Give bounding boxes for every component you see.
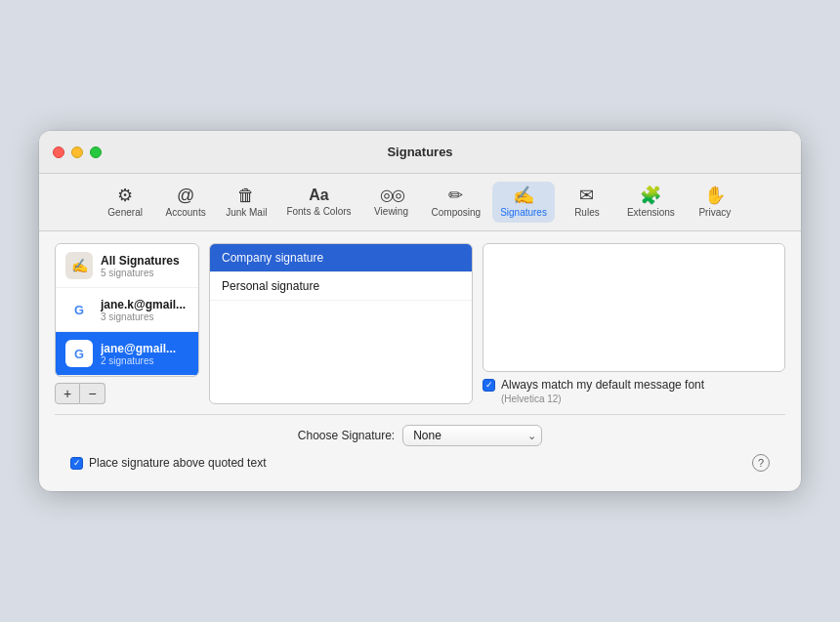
extensions-icon: 🧩 bbox=[640, 187, 661, 204]
checkmark-icon: ✓ bbox=[485, 381, 493, 390]
place-above-label: Place signature above quoted text bbox=[89, 456, 266, 470]
svg-text:G: G bbox=[74, 347, 84, 361]
sig-item-company[interactable]: Company signature bbox=[210, 244, 472, 272]
toolbar-item-extensions[interactable]: 🧩 Extensions bbox=[619, 182, 683, 223]
match-font-label: Always match my default message font bbox=[501, 378, 704, 392]
account-info-jane-k: jane.k@gmail... 3 signatures bbox=[101, 298, 186, 322]
toolbar-item-accounts[interactable]: @ Accounts bbox=[157, 182, 214, 223]
choose-sig-label: Choose Signature: bbox=[298, 429, 395, 442]
toolbar: ⚙ General @ Accounts 🗑 Junk Mail Aa Font… bbox=[39, 174, 801, 231]
account-name-jane-k: jane.k@gmail... bbox=[101, 298, 186, 311]
toolbar-item-privacy[interactable]: ✋ Privacy bbox=[687, 182, 743, 223]
toolbar-item-rules[interactable]: ✉ Rules bbox=[559, 182, 615, 223]
match-font-row: ✓ Always match my default message font bbox=[483, 378, 785, 392]
sig-label-personal: Personal signature bbox=[222, 279, 319, 293]
place-above-checkbox[interactable]: ✓ bbox=[70, 457, 83, 470]
toolbar-item-signatures[interactable]: ✍ Signatures bbox=[492, 182, 555, 223]
account-name-jane: jane@gmail... bbox=[101, 342, 176, 355]
toolbar-label-fonts-colors: Fonts & Colors bbox=[286, 206, 351, 217]
account-item-jane-k[interactable]: G jane.k@gmail... 3 signatures bbox=[56, 288, 198, 332]
compose-icon: ✏ bbox=[448, 187, 463, 204]
choose-sig-row: Choose Signature: None Company signature… bbox=[298, 425, 542, 446]
left-column: ✍ All Signatures 5 signatures G bbox=[55, 243, 199, 404]
signatures-pane: Company signature Personal signature bbox=[209, 243, 473, 404]
preview-pane bbox=[483, 243, 785, 372]
toolbar-label-extensions: Extensions bbox=[627, 207, 675, 218]
account-actions: + − bbox=[55, 383, 199, 404]
account-item-all[interactable]: ✍ All Signatures 5 signatures bbox=[56, 244, 198, 288]
add-account-button[interactable]: + bbox=[55, 383, 80, 404]
account-sigs-jane: 2 signatures bbox=[101, 355, 176, 366]
svg-text:G: G bbox=[74, 303, 84, 317]
toolbar-label-rules: Rules bbox=[574, 207, 600, 218]
titlebar: Signatures bbox=[39, 131, 801, 174]
toolbar-label-privacy: Privacy bbox=[698, 207, 731, 218]
toolbar-item-fonts-colors[interactable]: Aa Fonts & Colors bbox=[278, 183, 358, 222]
minimize-button[interactable] bbox=[71, 146, 83, 158]
choose-sig-select-wrapper: None Company signature Personal signatur… bbox=[402, 425, 542, 446]
accounts-pane: ✍ All Signatures 5 signatures G bbox=[55, 243, 199, 377]
toolbar-label-viewing: Viewing bbox=[374, 206, 408, 217]
choose-sig-select[interactable]: None Company signature Personal signatur… bbox=[402, 425, 542, 446]
help-button[interactable]: ? bbox=[752, 454, 770, 472]
toolbar-item-composing[interactable]: ✏ Composing bbox=[424, 182, 489, 223]
toolbar-label-composing: Composing bbox=[432, 207, 482, 218]
toolbar-item-viewing[interactable]: ◎◎ Viewing bbox=[363, 183, 420, 222]
junk-icon: 🗑 bbox=[237, 187, 255, 204]
window-title: Signatures bbox=[387, 145, 452, 159]
sig-item-personal[interactable]: Personal signature bbox=[210, 272, 472, 301]
jane-avatar: G bbox=[65, 340, 93, 367]
jane-k-avatar: G bbox=[65, 296, 93, 323]
remove-account-button[interactable]: − bbox=[80, 383, 105, 404]
match-font-area: ✓ Always match my default message font (… bbox=[483, 378, 785, 404]
mid-right-row: Company signature Personal signature bbox=[209, 243, 785, 404]
fonts-icon: Aa bbox=[309, 187, 328, 203]
account-info-all: All Signatures 5 signatures bbox=[101, 254, 180, 278]
place-above-checkbox-row: ✓ Place signature above quoted text bbox=[70, 456, 266, 470]
close-button[interactable] bbox=[53, 146, 64, 158]
account-item-jane[interactable]: G jane@gmail... 2 signatures bbox=[56, 332, 198, 376]
toolbar-item-junk-mail[interactable]: 🗑 Junk Mail bbox=[218, 182, 274, 223]
place-above-checkmark-icon: ✓ bbox=[73, 459, 81, 468]
font-hint: (Helvetica 12) bbox=[483, 394, 785, 404]
sig-label-company: Company signature bbox=[222, 251, 323, 265]
maximize-button[interactable] bbox=[90, 146, 102, 158]
privacy-icon: ✋ bbox=[704, 187, 726, 204]
account-name-all: All Signatures bbox=[101, 254, 180, 268]
gear-icon: ⚙ bbox=[117, 187, 133, 204]
toolbar-label-junk-mail: Junk Mail bbox=[226, 207, 267, 218]
account-sigs-all: 5 signatures bbox=[101, 268, 180, 278]
main-content: ✍ All Signatures 5 signatures G bbox=[39, 231, 801, 491]
bottom-bar: Choose Signature: None Company signature… bbox=[55, 414, 785, 479]
at-icon: @ bbox=[177, 187, 194, 204]
account-sigs-jane-k: 3 signatures bbox=[101, 311, 186, 322]
toolbar-label-general: General bbox=[107, 207, 143, 218]
signatures-window: Signatures ⚙ General @ Accounts 🗑 Junk M… bbox=[39, 131, 801, 491]
preview-area: ✓ Always match my default message font (… bbox=[483, 243, 785, 404]
traffic-lights bbox=[53, 146, 102, 158]
all-signatures-avatar: ✍ bbox=[65, 252, 93, 279]
panes-area: ✍ All Signatures 5 signatures G bbox=[55, 243, 785, 404]
viewing-icon: ◎◎ bbox=[380, 187, 403, 203]
match-font-checkbox[interactable]: ✓ bbox=[483, 379, 495, 392]
panes-row: ✍ All Signatures 5 signatures G bbox=[55, 243, 785, 404]
signatures-icon: ✍ bbox=[513, 187, 534, 204]
place-above-row: ✓ Place signature above quoted text ? bbox=[70, 454, 770, 472]
toolbar-item-general[interactable]: ⚙ General bbox=[97, 182, 153, 223]
account-info-jane: jane@gmail... 2 signatures bbox=[101, 342, 176, 366]
toolbar-label-accounts: Accounts bbox=[166, 207, 206, 218]
toolbar-label-signatures: Signatures bbox=[500, 207, 547, 218]
rules-icon: ✉ bbox=[579, 187, 594, 204]
